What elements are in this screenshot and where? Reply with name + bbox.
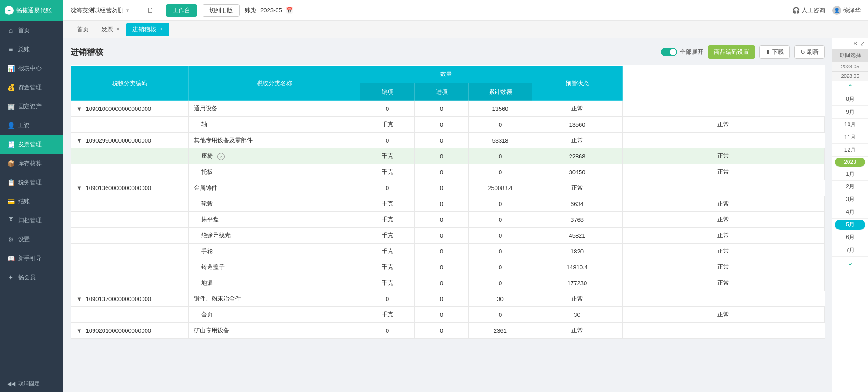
- period-month-4[interactable]: 4月: [832, 206, 868, 219]
- sidebar-item-ledger[interactable]: ≡ 总账: [0, 40, 63, 59]
- period-panel-title: 期间选择: [832, 49, 868, 62]
- period-scroll-down[interactable]: ⌄: [832, 257, 868, 269]
- sidebar-item-salary[interactable]: 👤 工资: [0, 116, 63, 135]
- period-display: 账期 2023-05 📅: [245, 6, 293, 14]
- expand-icon[interactable]: ▼: [76, 185, 82, 191]
- toggle-track[interactable]: [661, 48, 677, 56]
- period-scroll-up[interactable]: ⌃: [832, 81, 868, 93]
- sidebar-item-archive[interactable]: 🗄 归档管理: [0, 211, 63, 230]
- row-name: 其他专用设备及零部件: [189, 133, 360, 148]
- sidebar-item-funds[interactable]: 💰 资金管理: [0, 78, 63, 97]
- row-unit: 千克: [360, 275, 415, 291]
- refresh-button[interactable]: ↻ 刷新: [794, 45, 825, 59]
- product-code-button[interactable]: 商品编码设置: [708, 45, 755, 59]
- row-sales: 0: [360, 323, 415, 339]
- archive-btn[interactable]: 🗋: [141, 5, 160, 16]
- row-total: 3768: [532, 212, 623, 228]
- row-sales: 0: [360, 101, 415, 117]
- period-month-7[interactable]: 7月: [832, 244, 868, 257]
- tab-reconcile[interactable]: 进销稽核 ✕: [126, 23, 169, 36]
- row-status: 正常: [532, 291, 623, 307]
- period-label: 账期: [245, 6, 257, 14]
- expand-toggle[interactable]: 全部展开: [661, 48, 703, 56]
- row-total: 14810.4: [532, 259, 623, 275]
- sidebar-item-inventory[interactable]: 📦 库存核算: [0, 154, 63, 173]
- sidebar-item-label: 工资: [18, 121, 30, 129]
- home-icon: ⌂: [7, 27, 14, 34]
- period-month-9[interactable]: 9月: [832, 106, 868, 119]
- sidebar-item-label: 库存核算: [18, 159, 42, 167]
- search-icon[interactable]: ⌕: [217, 153, 225, 160]
- period-month-10[interactable]: 10月: [832, 119, 868, 131]
- period-panel: ✕ ⤢ 期间选择 2023.05 2023.05 ⌃ 8月 9月 10月 11月…: [832, 38, 868, 392]
- period-month-8[interactable]: 8月: [832, 93, 868, 106]
- download-button[interactable]: ⬇ 下载: [760, 45, 790, 59]
- company-selector[interactable]: 沈海英测试经营勿删 ▾: [71, 6, 129, 14]
- row-sales: 0: [415, 307, 469, 323]
- archive-icon: 🗄: [7, 217, 14, 224]
- row-name: 抹平盘: [189, 212, 360, 228]
- period-month-5[interactable]: 5月: [835, 220, 865, 230]
- period-month-11[interactable]: 11月: [832, 131, 868, 144]
- panel-close-button[interactable]: ✕: [853, 40, 858, 47]
- download-label: 下载: [772, 48, 784, 56]
- row-name: 托板: [189, 164, 360, 180]
- calendar-icon[interactable]: 📅: [286, 7, 293, 14]
- expand-icon[interactable]: ▼: [76, 137, 82, 144]
- table-row: ▼ 10901360000000000000 金属铸件 0 0 250083.4…: [71, 180, 825, 196]
- table-row: ▼ 10901000000000000000 通用设备 0 0 13560 正常: [71, 101, 825, 117]
- sidebar-item-reports[interactable]: 📊 报表中心: [0, 59, 63, 78]
- table-row: 轮毂 千克 0 0 6634 正常: [71, 196, 825, 212]
- toggle-label: 全部展开: [680, 48, 703, 56]
- table-row: 托板 千克 0 0 30450 正常: [71, 164, 825, 180]
- sidebar-item-label: 总账: [18, 45, 30, 53]
- sidebar-item-home[interactable]: ⌂ 首页: [0, 21, 63, 40]
- row-purchase: 0: [415, 291, 469, 307]
- row-name: 铸造盖子: [189, 259, 360, 275]
- unpin-icon: ◀◀: [7, 381, 15, 387]
- row-sales: 0: [415, 196, 469, 212]
- user-info[interactable]: 👤 徐泽华: [832, 6, 861, 15]
- row-sales: 0: [360, 291, 415, 307]
- table-row: 抹平盘 千克 0 0 3768 正常: [71, 212, 825, 228]
- row-status: 正常: [532, 180, 623, 196]
- row-status: 正常: [532, 323, 623, 339]
- workbench-button[interactable]: 工作台: [166, 4, 197, 17]
- expand-icon[interactable]: ▼: [76, 105, 82, 112]
- app-logo: ✦ 畅捷通易代账: [0, 0, 63, 21]
- support-button[interactable]: 🎧 人工咨询: [793, 6, 825, 14]
- row-total: 22868: [532, 148, 623, 164]
- col-name: 税收分类名称: [189, 66, 360, 101]
- sidebar-item-settings[interactable]: ⚙ 设置: [0, 230, 63, 249]
- row-unit: 千克: [360, 117, 415, 133]
- row-status: 正常: [623, 196, 825, 212]
- tabs-bar: 首页 发票 ✕ 进销稽核 ✕: [63, 21, 868, 38]
- period-month-6[interactable]: 6月: [832, 231, 868, 244]
- sidebar-item-assets[interactable]: 🏢 固定资产: [0, 97, 63, 116]
- switch-version-button[interactable]: 切到旧版: [203, 4, 240, 17]
- row-unit: 千克: [360, 148, 415, 164]
- row-unit: 千克: [360, 212, 415, 228]
- period-month-3[interactable]: 3月: [832, 193, 868, 206]
- sidebar-item-checkout[interactable]: 💳 结账: [0, 192, 63, 211]
- tab-invoice-close[interactable]: ✕: [116, 26, 120, 32]
- panel-expand-button[interactable]: ⤢: [860, 40, 865, 47]
- sidebar-item-member[interactable]: ✦ 畅会员: [0, 268, 63, 287]
- content-area: 进销稽核 全部展开 商品编码设置 ⬇ 下载: [63, 38, 868, 392]
- member-icon: ✦: [7, 274, 14, 281]
- period-month-2[interactable]: 2月: [832, 181, 868, 193]
- tab-home[interactable]: 首页: [71, 23, 95, 36]
- period-month-1[interactable]: 1月: [832, 168, 868, 181]
- tab-invoice[interactable]: 发票 ✕: [95, 23, 126, 36]
- sidebar-item-invoice[interactable]: 🧾 发票管理: [0, 135, 63, 154]
- sidebar-item-label: 新手引导: [18, 254, 42, 263]
- expand-icon[interactable]: ▼: [76, 327, 82, 334]
- expand-icon[interactable]: ▼: [76, 296, 82, 302]
- period-month-12[interactable]: 12月: [832, 144, 868, 157]
- row-purchase: 0: [469, 212, 532, 228]
- unpin-button[interactable]: ◀◀ 取消固定: [0, 375, 63, 392]
- sidebar-item-label: 首页: [18, 26, 30, 34]
- sidebar-item-guide[interactable]: 📖 新手引导: [0, 249, 63, 268]
- sidebar-item-tax[interactable]: 📋 税务管理: [0, 173, 63, 192]
- tab-reconcile-close[interactable]: ✕: [159, 26, 163, 32]
